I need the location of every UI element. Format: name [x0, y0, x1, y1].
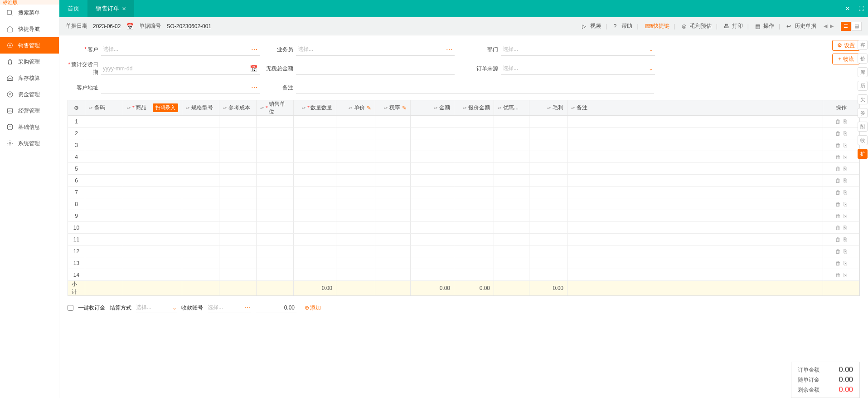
doc-date-value[interactable]: 2023-06-02	[93, 23, 121, 29]
delete-icon[interactable]: 🗑	[835, 189, 841, 196]
table-row[interactable]: 14 🗑 ⎘	[68, 269, 859, 281]
sidebar-item-sales[interactable]: 销售管理	[0, 37, 59, 54]
table-row[interactable]: 11 🗑 ⎘	[68, 234, 859, 246]
table-row[interactable]: 1 🗑 ⎘	[68, 116, 859, 128]
toolbar-video[interactable]: ▷视频	[582, 22, 601, 30]
dock-history[interactable]: 历	[858, 81, 868, 91]
table-row[interactable]: 7 🗑 ⎘	[68, 187, 859, 198]
delete-icon[interactable]: 🗑	[835, 248, 841, 255]
sidebar-item-finance[interactable]: 资金管理	[0, 86, 59, 103]
copy-icon[interactable]: ⎘	[844, 248, 847, 255]
table-row[interactable]: 3 🗑 ⎘	[68, 139, 859, 151]
copy-icon[interactable]: ⎘	[844, 236, 847, 243]
table-row[interactable]: 13 🗑 ⎘	[68, 257, 859, 269]
dock-attach[interactable]: 附	[858, 122, 868, 132]
table-row[interactable]: 6 🗑 ⎘	[68, 175, 859, 187]
table-row[interactable]: 9 🗑 ⎘	[68, 210, 859, 222]
delete-icon[interactable]: 🗑	[835, 166, 841, 172]
sidebar-item-operation[interactable]: 经营管理	[0, 103, 59, 119]
cust-addr-input[interactable]: ⋯	[101, 81, 260, 94]
prev-doc[interactable]: ◀	[824, 23, 827, 29]
ellipsis-icon[interactable]: ⋯	[446, 46, 453, 53]
toolbar-help[interactable]: ?帮助	[606, 22, 632, 30]
delete-icon[interactable]: 🗑	[835, 236, 841, 243]
view-mode-list[interactable]: ▤	[852, 22, 862, 31]
col-retail[interactable]: ▴▾报价金额	[454, 100, 494, 115]
delete-icon[interactable]: 🗑	[835, 272, 841, 278]
account-input[interactable]: 选择...⋯	[208, 302, 251, 313]
delete-icon[interactable]: 🗑	[835, 213, 841, 219]
sidebar-item-search-menu[interactable]: 搜索菜单	[0, 5, 59, 21]
tab-close-all[interactable]: ✕	[841, 0, 854, 17]
table-row[interactable]: 10 🗑 ⎘	[68, 222, 859, 234]
delete-icon[interactable]: 🗑	[835, 260, 841, 266]
notax-total-input[interactable]	[296, 62, 455, 75]
tab-expand[interactable]: ⛶	[854, 0, 868, 17]
col-settings[interactable]: ⚙	[68, 100, 85, 115]
copy-icon[interactable]: ⎘	[844, 118, 847, 125]
collect-deposit-checkbox[interactable]	[68, 305, 73, 311]
department-input[interactable]: 选择...⌄	[501, 43, 655, 56]
sidebar-item-system[interactable]: 系统管理	[0, 135, 59, 152]
dock-price[interactable]: 价	[858, 54, 868, 64]
settings-button[interactable]: ⚙设置	[832, 40, 860, 51]
col-amount[interactable]: ▴▾金额	[411, 100, 454, 115]
toolbar-print[interactable]: 🖶打印	[716, 22, 743, 30]
col-qty[interactable]: ▴▾*数量数量	[294, 100, 336, 115]
add-payment-button[interactable]: ⊕添加	[305, 304, 321, 312]
next-doc[interactable]: ▶	[830, 23, 834, 29]
col-tax[interactable]: ▴▾税率✎	[375, 100, 411, 115]
delete-icon[interactable]: 🗑	[835, 154, 841, 160]
calendar-icon[interactable]: 📅	[126, 23, 134, 30]
table-row[interactable]: 4 🗑 ⎘	[68, 151, 859, 163]
col-spec[interactable]: ▴▾规格型号	[182, 100, 219, 115]
sidebar-item-base[interactable]: 基础信息	[0, 119, 59, 135]
payment-amount[interactable]: 0.00	[256, 302, 296, 313]
toolbar-shortcuts[interactable]: ⌨快捷键	[637, 22, 669, 30]
delete-icon[interactable]: 🗑	[835, 225, 841, 231]
chevron-down-icon[interactable]: ⌄	[649, 65, 653, 72]
copy-icon[interactable]: ⎘	[844, 272, 847, 278]
view-mode-form[interactable]: ☰	[841, 22, 851, 31]
dock-customer[interactable]: 客	[858, 40, 868, 50]
delete-icon[interactable]: 🗑	[835, 177, 841, 184]
copy-icon[interactable]: ⎘	[844, 142, 847, 148]
col-product[interactable]: ▴▾*商品扫码录入	[123, 100, 182, 115]
dock-favorite[interactable]: 收	[858, 135, 868, 145]
ellipsis-icon[interactable]: ⋯	[245, 305, 250, 311]
order-source-input[interactable]: 选择...⌄	[501, 62, 655, 75]
col-discount[interactable]: ▴▾优惠...	[494, 100, 529, 115]
chevron-down-icon[interactable]: ⌄	[172, 305, 177, 311]
scan-badge[interactable]: 扫码录入	[153, 103, 178, 112]
copy-icon[interactable]: ⎘	[844, 166, 847, 172]
copy-icon[interactable]: ⎘	[844, 189, 847, 196]
col-unit[interactable]: ▴▾*销售单位	[257, 100, 294, 115]
edit-icon[interactable]: ✎	[367, 105, 371, 111]
customer-input[interactable]: 选择...⋯	[101, 43, 260, 56]
col-refcost[interactable]: ▴▾参考成本	[219, 100, 257, 115]
copy-icon[interactable]: ⎘	[844, 154, 847, 160]
delivery-date-input[interactable]: yyyy-mm-dd📅	[101, 62, 260, 75]
sidebar-item-purchase[interactable]: 采购管理	[0, 54, 59, 70]
copy-icon[interactable]: ⎘	[844, 177, 847, 184]
table-row[interactable]: 8 🗑 ⎘	[68, 198, 859, 210]
calendar-icon[interactable]: 📅	[250, 65, 258, 72]
remark-input[interactable]	[296, 81, 654, 94]
tab-home[interactable]: 首页	[59, 0, 87, 17]
delete-icon[interactable]: 🗑	[835, 142, 841, 148]
copy-icon[interactable]: ⎘	[844, 260, 847, 266]
col-price[interactable]: ▴▾单价✎	[336, 100, 375, 115]
salesperson-input[interactable]: 选择...⋯	[296, 43, 455, 56]
toolbar-profit[interactable]: ◎毛利预估	[674, 22, 712, 30]
chevron-down-icon[interactable]: ⌄	[649, 46, 653, 53]
copy-icon[interactable]: ⎘	[844, 213, 847, 219]
sidebar-item-inventory[interactable]: 库存核算	[0, 70, 59, 86]
delete-icon[interactable]: 🗑	[835, 130, 841, 137]
col-note[interactable]: ▴▾备注	[567, 100, 823, 115]
table-row[interactable]: 2 🗑 ⎘	[68, 128, 859, 139]
edit-icon[interactable]: ✎	[402, 105, 407, 111]
copy-icon[interactable]: ⎘	[844, 201, 847, 207]
dock-debt[interactable]: 欠	[858, 94, 868, 104]
table-row[interactable]: 12 🗑 ⎘	[68, 246, 859, 257]
dock-stock[interactable]: 库	[858, 67, 868, 77]
